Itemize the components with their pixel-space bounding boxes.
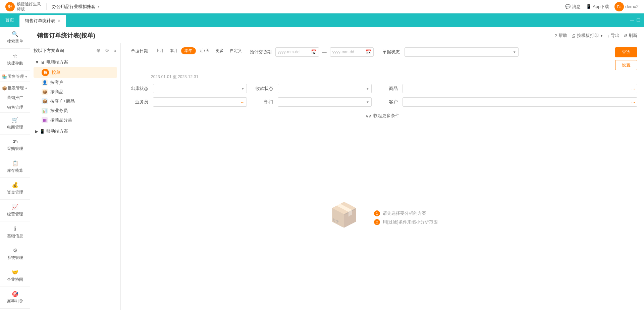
filter-section: 单据日期 上月 本月 本年 近7天 更多 自定义 预计交货期 <box>121 43 644 125</box>
sidebar-item-basic-info[interactable]: ℹ 基础信息 <box>0 221 30 243</box>
app-download-btn[interactable]: 📱 App下载 <box>586 4 609 10</box>
maximize-icon[interactable]: □ <box>637 17 640 23</box>
query-btn[interactable]: 查询 <box>615 47 637 57</box>
sidebar-item-enterprise-collab[interactable]: 🤝 企业协同 <box>0 265 30 287</box>
customer-scheme-icon: 👤 <box>42 80 48 86</box>
right-content: 单据日期 上月 本月 本年 近7天 更多 自定义 预计交货期 <box>121 43 644 310</box>
scheme-item-by-customer-product[interactable]: 📦 按客户+商品 <box>34 97 117 106</box>
scheme-settings-btn[interactable]: ⚙ <box>104 47 110 54</box>
sidebar-item-new-guide[interactable]: 🎯 新手引导 <box>0 287 30 309</box>
sidebar-item-wholesale-mgmt[interactable]: 📦 批发管理 ▲ <box>0 82 30 93</box>
sidebar-item-purchase[interactable]: 🛍 采购管理 <box>0 135 30 156</box>
top-bar-left: 好 畅捷通好生意 标版 办公用品行业模拟账套 ▼ <box>5 2 100 11</box>
department-select[interactable]: ▼ <box>278 97 372 107</box>
order-status-select[interactable]: ▼ <box>405 47 519 57</box>
filter-row-2: 出库状态 ▼ 收款状态 ▼ <box>127 84 637 93</box>
collapse-icon: ∧∧ <box>365 113 372 118</box>
help-btn[interactable]: ? 帮助 <box>554 33 567 39</box>
salesperson-scheme-icon: 📊 <box>42 108 48 114</box>
download-icon: 📱 <box>586 4 591 9</box>
refresh-btn[interactable]: ↺ 刷新 <box>624 33 637 39</box>
tab-home[interactable]: 首页 <box>0 13 19 27</box>
last-month-btn[interactable]: 上月 <box>153 47 166 54</box>
salesperson-group: 业务员 ··· <box>127 97 247 107</box>
delivery-status-select[interactable]: ▼ <box>153 84 247 93</box>
customer-label: 客户 <box>377 99 400 105</box>
customer-product-scheme-icon: 📦 <box>42 98 48 104</box>
customer-select[interactable]: ··· <box>402 97 637 107</box>
tab-sales-order-stats[interactable]: 销售订单统计表 ✕ <box>19 15 66 27</box>
date-from-input[interactable]: yyyy-mm-dd 📅 <box>275 47 319 57</box>
payment-status-group: 收款状态 ▼ <box>252 84 372 93</box>
order-status-group: 单据状态 ▼ <box>379 47 610 57</box>
chevron-down-icon: ▼ <box>35 60 39 65</box>
pc-scheme-group-header[interactable]: ▼ 🖥 电脑端方案 <box>34 57 117 67</box>
collab-icon: 🤝 <box>12 269 18 275</box>
template-print-btn[interactable]: 🖨 按模板打印 ▼ <box>571 33 603 39</box>
guide-icon: 🎯 <box>12 291 18 297</box>
department-group: 部门 ▼ <box>252 97 372 107</box>
sidebar-item-finance[interactable]: 💰 资金管理 <box>0 178 30 200</box>
sidebar-item-retail-mgmt[interactable]: 🏪 零售管理 ▼ <box>0 70 30 82</box>
scheme-item-by-salesperson[interactable]: 📊 按业务员 <box>34 106 117 115</box>
salesperson-select[interactable]: ··· <box>153 97 247 107</box>
tip-number-2: 2 <box>374 219 380 225</box>
payment-dropdown-icon: ▼ <box>366 87 369 91</box>
pc-scheme-group: ▼ 🖥 电脑端方案 按 按单 👤 按客户 📦 按商品 <box>34 57 117 125</box>
salesperson-more-icon[interactable]: ··· <box>241 100 245 105</box>
sidebar-item-inventory[interactable]: 📋 库存核算 <box>0 156 30 178</box>
sidebar-item-quick-nav[interactable]: ☆ 快捷导航 <box>0 49 30 70</box>
top-bar-right: 💬 消息 📱 App下载 Ea demo2 <box>565 2 639 11</box>
collapse-scheme-btn[interactable]: « <box>113 47 117 54</box>
payment-status-label: 收款状态 <box>252 86 276 92</box>
payment-status-select[interactable]: ▼ <box>278 84 372 93</box>
filter-row-1: 单据日期 上月 本月 本年 近7天 更多 自定义 预计交货期 <box>127 47 637 70</box>
sidebar-item-marketing[interactable]: 营销推广 <box>0 93 30 103</box>
customer-more-icon[interactable]: ··· <box>631 100 635 105</box>
expected-delivery-label: 预计交货期 <box>250 49 273 55</box>
settings-btn[interactable]: 设置 <box>615 60 637 70</box>
messages-btn[interactable]: 💬 消息 <box>565 4 581 10</box>
calendar-icon: 📅 <box>311 49 317 55</box>
sidebar-item-sales-mgmt[interactable]: 销售管理 <box>0 103 30 112</box>
collapse-area: ∧∧ 收起更多条件 <box>127 111 637 121</box>
empty-tip-2: 2 用[过滤]条件来缩小分析范围 <box>374 219 437 225</box>
export-btn[interactable]: ↓ 导出 <box>607 33 620 39</box>
tab-bar: 首页 销售订单统计表 ✕ ─ □ <box>0 13 644 27</box>
date-to-input[interactable]: yyyy-mm-dd 📅 <box>330 47 374 57</box>
tab-close-icon[interactable]: ✕ <box>57 18 61 23</box>
chevron-up-icon: ▲ <box>24 86 28 90</box>
date-range-display: 2023-01-01 至 2023-12-31 <box>127 74 637 80</box>
sidebar-item-ops[interactable]: 📈 经营管理 <box>0 200 30 221</box>
this-month-btn[interactable]: 本月 <box>167 47 180 54</box>
scheme-panel: 按以下方案查询 ⊕ ⚙ « ▼ 🖥 电脑端方案 按 按单 <box>30 43 121 310</box>
sidebar-item-ecommerce[interactable]: 🛒 电商管理 <box>0 113 30 135</box>
delivery-status-label: 出库状态 <box>127 86 151 92</box>
sidebar-item-search-menu[interactable]: 🔍 搜索菜单 <box>0 27 30 49</box>
scheme-item-by-product[interactable]: 📦 按商品 <box>34 87 117 97</box>
workspace-selector[interactable]: 办公用品行业模拟账套 ▼ <box>52 4 100 10</box>
ecommerce-icon: 🛒 <box>12 117 18 123</box>
sidebar-item-app-center[interactable]: ▦ 应用中心 <box>0 309 30 310</box>
action-buttons: 查询 设置 <box>615 47 637 70</box>
product-select[interactable]: ··· <box>402 84 637 93</box>
last-7-days-btn[interactable]: 近7天 <box>197 47 212 54</box>
sidebar-item-system[interactable]: ⚙ 系统管理 <box>0 243 30 265</box>
chevron-down-icon: ▼ <box>24 75 28 79</box>
inner-layout: 按以下方案查询 ⊕ ⚙ « ▼ 🖥 电脑端方案 按 按单 <box>30 43 644 310</box>
mobile-scheme-group-header[interactable]: ▶ 📱 移动端方案 <box>34 126 117 136</box>
sidebar-group-wholesale: 📦 批发管理 ▲ 营销推广 销售管理 <box>0 82 30 113</box>
scheme-item-by-order[interactable]: 按 按单 <box>34 67 117 78</box>
custom-btn[interactable]: 自定义 <box>227 47 245 54</box>
collapse-btn[interactable]: ∧∧ 收起更多条件 <box>127 111 637 121</box>
user-area[interactable]: Ea demo2 <box>614 2 639 11</box>
product-label: 商品 <box>377 86 400 92</box>
this-year-btn[interactable]: 本年 <box>181 47 196 54</box>
product-more-icon[interactable]: ··· <box>631 86 635 91</box>
add-scheme-btn[interactable]: ⊕ <box>96 47 101 54</box>
more-btn[interactable]: 更多 <box>213 47 226 54</box>
dropdown-arrow-icon: ▼ <box>513 50 516 54</box>
scheme-item-by-customer[interactable]: 👤 按客户 <box>34 78 117 87</box>
minimize-icon[interactable]: ─ <box>630 17 634 23</box>
scheme-item-by-product-category[interactable]: ▦ 按商品分类 <box>34 115 117 125</box>
